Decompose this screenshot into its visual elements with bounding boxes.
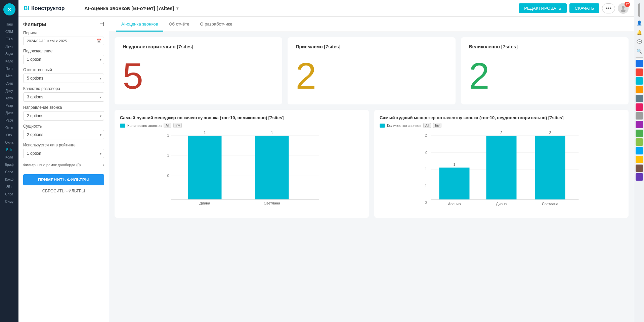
scrollbar-thumb[interactable] [638,3,640,17]
chart-best-inv-button[interactable]: Inv [173,123,182,128]
color-swatch-brown[interactable] [636,165,643,172]
search-icon[interactable]: 🔍 [635,47,643,55]
sidebar-item-4[interactable]: Зада [2,50,17,57]
chat-icon[interactable]: 💬 [635,38,643,46]
chart-worst-inv-button[interactable]: Inv [433,123,441,128]
more-options-button[interactable]: ••• [602,3,615,13]
card-value-excellent: 2 [469,54,620,98]
sidebar-item-8[interactable]: Сотр [2,80,17,87]
bell-icon[interactable]: 🔔 [635,28,643,36]
sidebar-item-24[interactable]: Симу [2,198,17,205]
chart-worst-all-button[interactable]: All [423,123,431,128]
rating-select[interactable]: 1 option [23,149,104,158]
subdivision-label: Подразделение [23,49,104,53]
notification-badge: 17 [625,2,630,7]
color-swatch-pink[interactable] [636,103,643,111]
color-swatch-lightblue[interactable] [636,147,643,154]
color-swatch-gray[interactable] [636,95,643,102]
sidebar-item-10[interactable]: Авто [2,95,17,101]
entity-label: Сущность [23,124,104,129]
period-input[interactable] [23,37,104,45]
chart-best-legend: Количество звонков All Inv [120,123,363,128]
direction-select[interactable]: 2 options [23,111,104,121]
color-swatch-orange[interactable] [636,86,643,93]
sidebar-item-21[interactable]: Конф [2,176,17,183]
chart-worst-manager: Самый худший менеджер по качеству звонка… [374,110,629,218]
sidebar-item-18[interactable]: Колл [2,154,17,160]
direction-select-wrap: 2 options ▾ [23,111,104,121]
stat-card-unsatisfactory: Неудовлетворительно [7sites] 5 [115,37,282,104]
sidebar-item-5[interactable]: Кале [2,58,17,64]
sidebar-item-0[interactable]: Наш [2,21,17,28]
responsible-select[interactable]: 5 options [23,74,104,83]
tab-about-developer[interactable]: О разработчике [195,17,238,32]
color-swatch-grey2[interactable] [636,112,643,120]
color-swatch-cyan[interactable] [636,77,643,85]
chart-best-all-button[interactable]: All [164,123,171,128]
sidebar-item-6[interactable]: Почт [2,65,17,72]
sidebar-item-23[interactable]: Спра [2,191,17,197]
legend-color-worst [380,124,385,128]
content-area: AI-оценка звонков Об отчёте О разработчи… [109,17,634,322]
entity-select-wrap: 2 options ▾ [23,130,104,139]
divider [636,57,643,58]
quality-select[interactable]: 3 options [23,92,104,102]
svg-text:1: 1 [167,153,169,157]
logo-button[interactable]: ✕ [3,3,15,15]
filter-collapse-button[interactable]: ⊣ [99,21,104,27]
rating-select-wrap: 1 option ▾ [23,149,104,158]
filter-entity-section: Сущность 2 options ▾ [23,124,104,139]
color-swatch-green[interactable] [636,130,643,137]
sidebar-item-3[interactable]: Лент [2,43,17,50]
card-title-acceptable: Приемлемо [7sites] [296,44,447,49]
svg-text:2: 2 [549,131,551,135]
sidebar-item-16[interactable]: Онла [2,139,17,146]
responsible-label: Ответственный [23,67,104,72]
direction-label: Направление звонка [23,105,104,110]
svg-text:0: 0 [167,174,169,178]
sidebar-item-15[interactable]: Отч [2,132,17,138]
color-swatch-deeppurple[interactable] [636,173,643,181]
legend-label-best: Количество звонков [127,124,162,128]
sidebar-item-2[interactable]: ТЗ в [2,36,17,42]
color-swatch-purple[interactable] [636,121,643,128]
apply-filters-button[interactable]: ПРИМЕНИТЬ ФИЛЬТРЫ [23,174,104,185]
edit-button[interactable]: РЕДАКТИРОВАТЬ [519,3,567,13]
period-label: Период [23,31,104,35]
avatar[interactable]: 17 [618,3,629,14]
download-button[interactable]: СКАЧАТЬ [569,3,599,13]
tab-ai-assessment[interactable]: AI-оценка звонков [116,17,163,32]
tab-about-report[interactable]: Об отчёте [163,17,195,32]
sidebar-item-14[interactable]: Отче [2,124,17,131]
subdivision-select-wrap: 1 option ▾ [23,55,104,64]
entity-select[interactable]: 2 options [23,130,104,139]
brand-bi: BI [24,5,29,11]
sidebar-item-11[interactable]: Разр [2,102,17,109]
stat-cards-row: Неудовлетворительно [7sites] 5 Приемлемо… [115,37,629,104]
sidebar-item-17[interactable]: BI К [2,146,17,153]
person-icon[interactable]: 👤 [635,19,643,27]
sidebar-item-19[interactable]: Бриф [2,161,17,168]
charts-row: Самый лучший менеджер по качеству звонка… [115,110,629,218]
filter-rating-section: Используется ли в рейтинге 1 option ▾ [23,143,104,158]
color-swatch-amber[interactable] [636,156,643,163]
svg-point-0 [622,6,625,9]
filter-header: Фильтры ⊣ [23,21,104,27]
sidebar-item-9[interactable]: Доку [2,87,17,94]
sidebar-item-20[interactable]: Спра [2,169,17,175]
sidebar-item-13[interactable]: Расч [2,117,17,124]
color-swatch-red[interactable] [636,68,643,76]
sidebar-item-7[interactable]: Мес [2,73,17,79]
color-swatch-lightgreen[interactable] [636,138,643,146]
chevron-down-icon[interactable]: ▾ [176,6,178,11]
dashboard-content: Неудовлетворительно [7sites] 5 Приемлемо… [109,32,634,322]
color-swatch-blue[interactable] [636,60,643,67]
chart-worst-title: Самый худший менеджер по качеству звонка… [380,115,623,120]
subdivision-select[interactable]: 1 option [23,55,104,64]
sidebar-item-22[interactable]: 35+ [2,183,17,190]
sidebar-item-1[interactable]: CRM [2,28,17,35]
reset-filters-button[interactable]: СБРОСИТЬ ФИЛЬТРЫ [23,187,104,195]
svg-text:2: 2 [425,133,427,137]
sidebar-item-12[interactable]: Диск [2,109,17,116]
filters-outside-dashboard[interactable]: Фильтры вне рамок дашборда (0) › [23,162,104,168]
